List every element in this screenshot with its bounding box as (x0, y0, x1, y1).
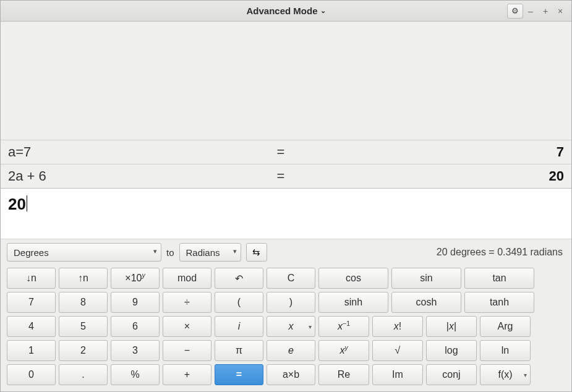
input-value: 20 (8, 195, 26, 214)
key-undo[interactable]: ↶ (215, 268, 263, 289)
key-subscript[interactable]: ↓n (7, 268, 56, 289)
key-decimal[interactable]: . (59, 364, 108, 385)
key-e[interactable]: e (267, 340, 315, 361)
key-arg[interactable]: Arg (480, 316, 531, 337)
convert-to-value: Radians (186, 247, 220, 258)
key-3[interactable]: 3 (111, 340, 160, 361)
swap-icon: ⇆ (252, 247, 260, 258)
key-0[interactable]: 0 (7, 364, 56, 385)
chevron-down-icon: ▾ (524, 372, 527, 378)
key-power[interactable]: xy (318, 340, 369, 361)
history-equals: = (277, 144, 296, 160)
titlebar: Advanced Mode ⌄ ⚙ – + × (1, 1, 571, 22)
key-multiply[interactable]: × (163, 316, 211, 337)
key-divide[interactable]: ÷ (163, 292, 211, 313)
text-cursor (27, 195, 27, 211)
history-equals: = (277, 168, 296, 184)
key-factorial[interactable]: x! (372, 316, 423, 337)
convert-from-value: Degrees (14, 247, 49, 258)
settings-button[interactable]: ⚙ (507, 4, 523, 19)
convert-from-select[interactable]: Degrees (7, 243, 161, 262)
history-result: 7 (296, 144, 565, 160)
key-equals[interactable]: = (215, 364, 263, 385)
key-2[interactable]: 2 (59, 340, 108, 361)
key-sqrt[interactable]: √ (372, 340, 423, 361)
mode-dropdown[interactable]: Advanced Mode ⌄ (246, 6, 325, 16)
key-function-dropdown[interactable]: f(x)▾ (480, 364, 531, 385)
maximize-icon: + (543, 6, 548, 16)
keypad: ↓n ↑n ×10y mod ↶ C cos sin tan 7 8 9 ÷ (… (1, 265, 571, 391)
minimize-icon: – (528, 6, 533, 16)
close-icon: × (558, 6, 563, 16)
key-abs[interactable]: |x| (426, 316, 477, 337)
key-cos[interactable]: cos (318, 268, 388, 289)
key-percent[interactable]: % (111, 364, 160, 385)
key-conj[interactable]: conj (426, 364, 477, 385)
key-sin[interactable]: sin (391, 268, 461, 289)
key-minus[interactable]: − (163, 340, 211, 361)
key-paren-close[interactable]: ) (267, 292, 315, 313)
key-inverse[interactable]: x−1 (318, 316, 369, 337)
convert-result: 20 degrees = 0.3491 radians (272, 247, 565, 258)
unit-convert-bar: Degrees to Radians ⇆ 20 degrees = 0.3491… (1, 239, 571, 265)
window-title: Advanced Mode (246, 6, 317, 16)
key-pi[interactable]: π (215, 340, 263, 361)
key-plus[interactable]: + (163, 364, 211, 385)
history-result: 20 (296, 168, 565, 184)
history-row[interactable]: 2a + 6 = 20 (1, 164, 571, 188)
chevron-down-icon: ⌄ (320, 7, 326, 15)
key-log[interactable]: log (426, 340, 477, 361)
expression-input[interactable]: 20 (1, 188, 571, 239)
gear-icon: ⚙ (511, 6, 519, 15)
history-row[interactable]: a=7 = 7 (1, 140, 571, 164)
key-imaginary[interactable]: i (215, 316, 263, 337)
swap-units-button[interactable]: ⇆ (246, 243, 267, 262)
close-button[interactable]: × (553, 4, 568, 19)
undo-icon: ↶ (235, 273, 243, 284)
history-expression: 2a + 6 (8, 168, 277, 184)
key-4[interactable]: 4 (7, 316, 56, 337)
key-6[interactable]: 6 (111, 316, 160, 337)
key-tanh[interactable]: tanh (464, 292, 534, 313)
key-ln[interactable]: ln (480, 340, 531, 361)
key-sinh[interactable]: sinh (318, 292, 388, 313)
key-cosh[interactable]: cosh (391, 292, 461, 313)
maximize-button[interactable]: + (538, 4, 553, 19)
key-real[interactable]: Re (318, 364, 369, 385)
key-imag[interactable]: Im (372, 364, 423, 385)
key-9[interactable]: 9 (111, 292, 160, 313)
key-mod[interactable]: mod (163, 268, 211, 289)
key-superscript[interactable]: ↑n (59, 268, 108, 289)
convert-to-select[interactable]: Radians (179, 243, 241, 262)
key-7[interactable]: 7 (7, 292, 56, 313)
key-sci-exp[interactable]: ×10y (111, 268, 160, 289)
display-area: a=7 = 7 2a + 6 = 20 20 (1, 22, 571, 239)
key-paren-open[interactable]: ( (215, 292, 263, 313)
key-8[interactable]: 8 (59, 292, 108, 313)
key-clear[interactable]: C (267, 268, 315, 289)
key-1[interactable]: 1 (7, 340, 56, 361)
key-5[interactable]: 5 (59, 316, 108, 337)
history-expression: a=7 (8, 144, 277, 160)
key-tan[interactable]: tan (464, 268, 534, 289)
convert-to-label: to (166, 247, 174, 258)
key-factorize[interactable]: a×b (267, 364, 315, 385)
key-x-dropdown[interactable]: x▾ (267, 316, 315, 337)
chevron-down-icon: ▾ (309, 323, 312, 330)
minimize-button[interactable]: – (523, 4, 538, 19)
